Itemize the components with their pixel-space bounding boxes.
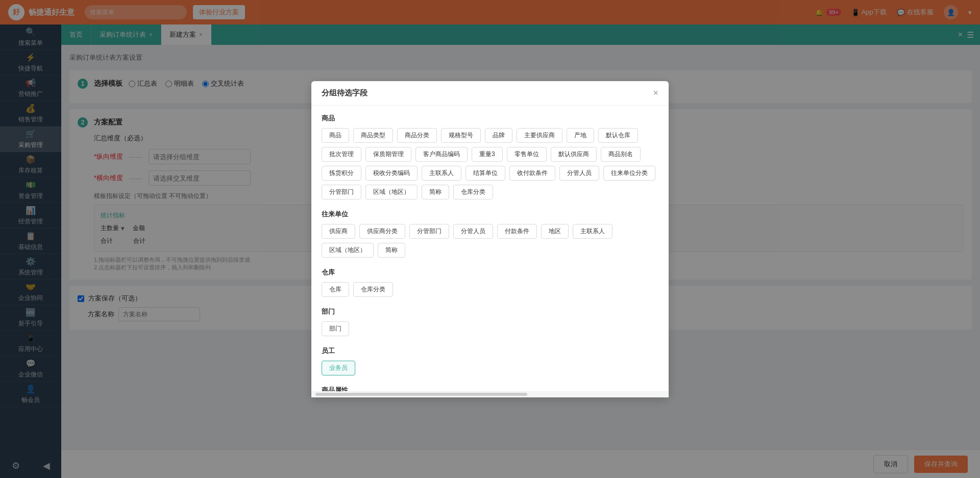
field-tag-managing_dept[interactable]: 分管部门 xyxy=(322,185,361,199)
modal-body: 商品商品商品类型商品分类规格型号品牌主要供应商产地默认仓库批次管理保质期管理客户… xyxy=(311,106,669,391)
field-tag-spec_type[interactable]: 规格型号 xyxy=(441,128,481,143)
modal-title: 分组待选字段 xyxy=(322,88,368,98)
field-section-department: 部门部门 xyxy=(322,307,658,336)
field-tag-product_category[interactable]: 商品分类 xyxy=(397,128,437,143)
field-section-employee: 员工业务员 xyxy=(322,346,658,375)
field-tag-short_name[interactable]: 简称 xyxy=(422,185,449,199)
field-section-product: 商品商品商品类型商品分类规格型号品牌主要供应商产地默认仓库批次管理保质期管理客户… xyxy=(322,114,658,199)
field-tag-warehouse_category[interactable]: 仓库分类 xyxy=(453,185,493,199)
field-tag-expiry_mgmt[interactable]: 保质期管理 xyxy=(365,147,411,162)
field-tag-region[interactable]: 地区 xyxy=(541,224,569,239)
modal-header: 分组待选字段 × xyxy=(311,81,669,106)
field-tags-employee: 业务员 xyxy=(322,361,658,375)
modal-close-icon[interactable]: × xyxy=(653,88,658,97)
field-tag-tax_code[interactable]: 税收分类编码 xyxy=(365,166,418,181)
field-tag-staff[interactable]: 分管人员 xyxy=(453,224,493,239)
field-tag-salesperson[interactable]: 业务员 xyxy=(322,361,355,375)
field-section-title-product_attr: 商品属性 xyxy=(322,386,658,391)
field-section-partner: 往来单位供应商供应商分类分管部门分管人员付款条件地区主联系人区域（地区）简称 xyxy=(322,210,658,258)
field-tag-dept[interactable]: 分管部门 xyxy=(409,224,449,239)
field-tag-pay_terms[interactable]: 付款条件 xyxy=(497,224,537,239)
field-tags-partner: 供应商供应商分类分管部门分管人员付款条件地区主联系人区域（地区）简称 xyxy=(322,224,658,258)
field-tags-department: 部门 xyxy=(322,321,658,336)
field-tag-contact[interactable]: 主联系人 xyxy=(573,224,612,239)
field-tag-payment_terms[interactable]: 收付款条件 xyxy=(509,166,555,181)
field-tag-from_unit_category[interactable]: 往来单位分类 xyxy=(603,166,655,181)
field-section-title-department: 部门 xyxy=(322,307,658,316)
field-tag-alias[interactable]: 商品别名 xyxy=(601,147,641,162)
field-section-product_attr: 商品属性属性颜色多规格尺码鞋码1 xyxy=(322,386,658,391)
field-tag-warehouse[interactable]: 仓库 xyxy=(322,282,349,297)
field-tag-settlement_unit[interactable]: 结算单位 xyxy=(465,166,505,181)
field-tag-area[interactable]: 区域（地区） xyxy=(322,243,374,258)
modal-scroll-bottom xyxy=(311,391,669,397)
field-tag-product[interactable]: 商品 xyxy=(322,128,349,143)
field-tag-main_supplier[interactable]: 主要供应商 xyxy=(517,128,562,143)
field-tag-abbr[interactable]: 简称 xyxy=(378,243,405,258)
field-tag-department[interactable]: 部门 xyxy=(322,321,349,336)
field-tag-customer_code[interactable]: 客户商品编码 xyxy=(415,147,468,162)
modal-overlay[interactable]: 分组待选字段 × 商品商品商品类型商品分类规格型号品牌主要供应商产地默认仓库批次… xyxy=(0,0,980,478)
field-tag-region_area[interactable]: 区域（地区） xyxy=(365,185,418,199)
field-tag-batch_mgmt[interactable]: 批次管理 xyxy=(322,147,361,162)
field-tag-origin[interactable]: 产地 xyxy=(567,128,594,143)
field-section-warehouse: 仓库仓库仓库分类 xyxy=(322,268,658,297)
field-section-title-product: 商品 xyxy=(322,114,658,123)
field-tag-supplier[interactable]: 供应商 xyxy=(322,224,355,239)
horizontal-scrollbar-thumb[interactable] xyxy=(315,393,527,396)
field-tag-product_type[interactable]: 商品类型 xyxy=(353,128,393,143)
field-tag-manager[interactable]: 分管人员 xyxy=(559,166,599,181)
field-tag-warehouse_cat[interactable]: 仓库分类 xyxy=(353,282,393,297)
field-tag-weight3[interactable]: 重量3 xyxy=(472,147,503,162)
field-tag-main_contact[interactable]: 主联系人 xyxy=(422,166,461,181)
field-tag-default_warehouse[interactable]: 默认仓库 xyxy=(598,128,638,143)
field-tag-pickup_points[interactable]: 拣货积分 xyxy=(322,166,361,181)
modal: 分组待选字段 × 商品商品商品类型商品分类规格型号品牌主要供应商产地默认仓库批次… xyxy=(311,81,669,397)
field-section-title-partner: 往来单位 xyxy=(322,210,658,219)
field-section-title-warehouse: 仓库 xyxy=(322,268,658,277)
field-tag-retail_unit[interactable]: 零售单位 xyxy=(507,147,547,162)
field-tag-brand[interactable]: 品牌 xyxy=(485,128,512,143)
field-tags-product: 商品商品类型商品分类规格型号品牌主要供应商产地默认仓库批次管理保质期管理客户商品… xyxy=(322,128,658,199)
field-section-title-employee: 员工 xyxy=(322,346,658,356)
field-tag-default_supplier[interactable]: 默认供应商 xyxy=(551,147,597,162)
field-tag-supplier_category[interactable]: 供应商分类 xyxy=(359,224,405,239)
field-tags-warehouse: 仓库仓库分类 xyxy=(322,282,658,297)
